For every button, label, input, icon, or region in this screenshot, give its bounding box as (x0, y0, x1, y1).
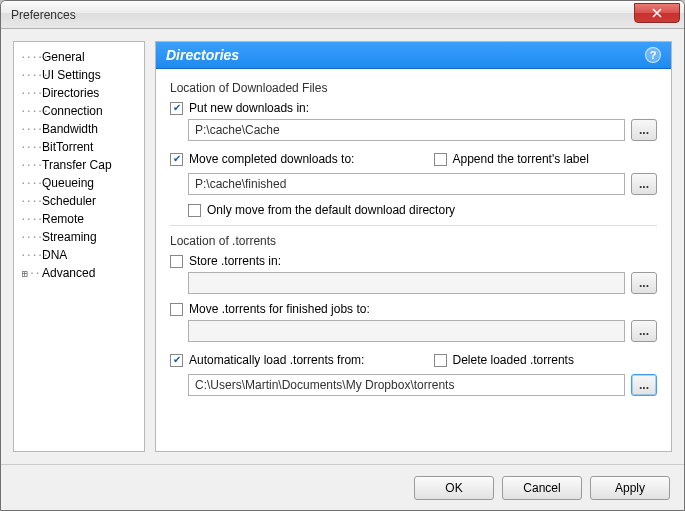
checkbox-store-in[interactable] (170, 255, 183, 268)
input-move-completed-path[interactable] (188, 173, 625, 195)
checkbox-auto-load[interactable] (170, 354, 183, 367)
label-auto-load[interactable]: Automatically load .torrents from: (189, 353, 364, 367)
group-downloaded-files: Location of Downloaded Files (170, 81, 657, 95)
checkbox-move-completed[interactable] (170, 153, 183, 166)
dialog-body: ·····General ·····UI Settings ·····Direc… (1, 29, 684, 464)
browse-auto-load[interactable]: ... (631, 374, 657, 396)
label-move-completed[interactable]: Move completed downloads to: (189, 152, 354, 166)
nav-dna[interactable]: ·····DNA (18, 246, 140, 264)
label-delete-loaded[interactable]: Delete loaded .torrents (453, 353, 574, 367)
apply-button[interactable]: Apply (590, 476, 670, 500)
nav-queueing[interactable]: ·····Queueing (18, 174, 140, 192)
dialog-footer: OK Cancel Apply (1, 464, 684, 510)
row-put-new-path: ... (188, 119, 657, 141)
label-move-finished[interactable]: Move .torrents for finished jobs to: (189, 302, 370, 316)
preferences-window: Preferences ·····General ·····UI Setting… (0, 0, 685, 511)
nav-scheduler[interactable]: ·····Scheduler (18, 192, 140, 210)
label-append-label[interactable]: Append the torrent's label (453, 152, 589, 166)
input-move-finished-path[interactable] (188, 320, 625, 342)
label-put-new[interactable]: Put new downloads in: (189, 101, 309, 115)
browse-store-in[interactable]: ... (631, 272, 657, 294)
browse-put-new[interactable]: ... (631, 119, 657, 141)
close-icon (652, 8, 662, 18)
checkbox-delete-loaded[interactable] (434, 354, 447, 367)
nav-transfer-cap[interactable]: ·····Transfer Cap (18, 156, 140, 174)
checkbox-move-finished[interactable] (170, 303, 183, 316)
label-only-move[interactable]: Only move from the default download dire… (207, 203, 455, 217)
divider (170, 225, 657, 226)
input-auto-load-path[interactable] (188, 374, 625, 396)
nav-general[interactable]: ·····General (18, 48, 140, 66)
nav-advanced[interactable]: ··Advanced (18, 264, 140, 282)
section-header: Directories ? (156, 42, 671, 69)
row-move-completed: Move completed downloads to: Append the … (170, 149, 657, 169)
group-torrents: Location of .torrents (170, 234, 657, 248)
row-only-move: Only move from the default download dire… (188, 203, 657, 217)
content-panel: Directories ? Location of Downloaded Fil… (155, 41, 672, 452)
nav-ui-settings[interactable]: ·····UI Settings (18, 66, 140, 84)
browse-move-completed[interactable]: ... (631, 173, 657, 195)
ok-button[interactable]: OK (414, 476, 494, 500)
category-tree: ·····General ·····UI Settings ·····Direc… (13, 41, 145, 452)
row-move-finished: Move .torrents for finished jobs to: (170, 302, 657, 316)
checkbox-only-move[interactable] (188, 204, 201, 217)
nav-bandwidth[interactable]: ·····Bandwidth (18, 120, 140, 138)
browse-move-finished[interactable]: ... (631, 320, 657, 342)
checkbox-append-label[interactable] (434, 153, 447, 166)
cancel-button[interactable]: Cancel (502, 476, 582, 500)
row-store-in-path: ... (188, 272, 657, 294)
nav-remote[interactable]: ·····Remote (18, 210, 140, 228)
titlebar: Preferences (1, 1, 684, 29)
row-auto-load-path: ... (188, 374, 657, 396)
row-move-completed-path: ... (188, 173, 657, 195)
row-auto-load: Automatically load .torrents from: Delet… (170, 350, 657, 370)
label-store-in[interactable]: Store .torrents in: (189, 254, 281, 268)
nav-bittorrent[interactable]: ·····BitTorrent (18, 138, 140, 156)
help-icon[interactable]: ? (645, 47, 661, 63)
window-title: Preferences (11, 8, 76, 22)
section-title: Directories (166, 47, 645, 63)
nav-connection[interactable]: ·····Connection (18, 102, 140, 120)
nav-directories[interactable]: ·····Directories (18, 84, 140, 102)
close-button[interactable] (634, 3, 680, 23)
input-put-new-path[interactable] (188, 119, 625, 141)
row-move-finished-path: ... (188, 320, 657, 342)
row-put-new: Put new downloads in: (170, 101, 657, 115)
row-store-in: Store .torrents in: (170, 254, 657, 268)
nav-streaming[interactable]: ·····Streaming (18, 228, 140, 246)
checkbox-put-new[interactable] (170, 102, 183, 115)
input-store-in-path[interactable] (188, 272, 625, 294)
settings-pane: Location of Downloaded Files Put new dow… (156, 69, 671, 451)
